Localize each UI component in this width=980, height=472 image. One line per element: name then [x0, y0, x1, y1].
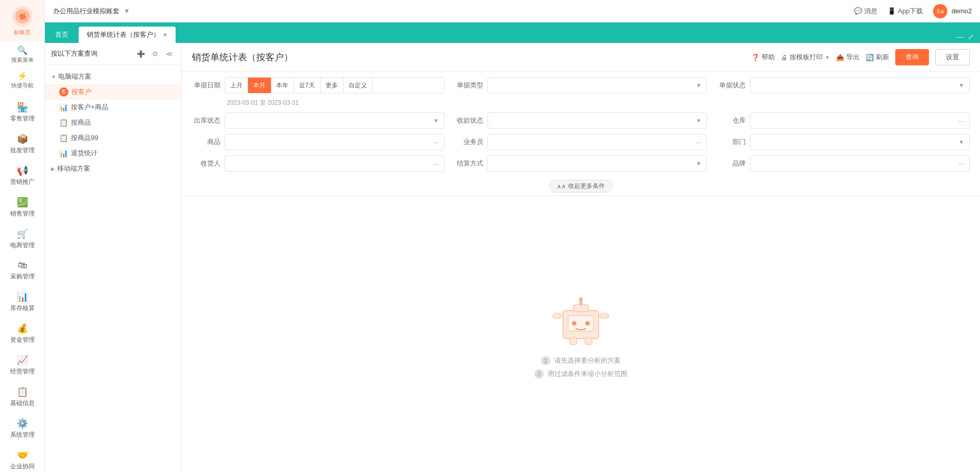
lastmonth-label: 上月	[230, 81, 242, 90]
sidebar-item-purchase[interactable]: 🛍 采购管理	[0, 255, 44, 286]
tab-close-icon[interactable]: ✕	[163, 32, 167, 38]
tree-group-pc-header[interactable]: ▼ 电脑端方案	[45, 69, 181, 84]
help-icon: ❓	[751, 54, 760, 61]
print-dropdown-icon: ▼	[825, 55, 830, 60]
sidebar-item-wholesale[interactable]: 📦 批发管理	[0, 128, 44, 160]
empty-illustration	[550, 290, 611, 348]
ecom-icon: 🛒	[17, 228, 28, 240]
svg-rect-12	[585, 338, 592, 345]
finance-icon: 💰	[17, 323, 28, 334]
product-dots-icon: ···	[433, 138, 439, 146]
collapse-panel-btn[interactable]: ≪	[164, 48, 175, 59]
empty-hint-2: 2 用过滤条件来缩小分析范围	[534, 369, 627, 379]
app-label: App下载	[898, 7, 923, 16]
svg-point-8	[586, 322, 589, 324]
warehouse-control[interactable]: ···	[750, 112, 970, 129]
sidebar-item-marketing-label: 营销推广	[10, 178, 35, 186]
sidebar-item-inventory[interactable]: 📊 库存核算	[0, 286, 44, 318]
hint-num-2: 2	[534, 369, 544, 379]
sidebar-item-basic[interactable]: 📋 基础信息	[0, 381, 44, 413]
sidebar-quicknav-label: 快捷导航	[11, 82, 34, 89]
sidebar-item-system-label: 系统管理	[10, 431, 35, 439]
sidebar-item-corp[interactable]: 🤝 企业协同	[0, 444, 44, 472]
tree-item-product99[interactable]: 📋 按商品99	[45, 130, 181, 146]
tab-minimize-icon[interactable]: —	[954, 31, 966, 43]
tree-item-return-stats-label: 退货统计	[71, 149, 97, 158]
tab-home[interactable]: 首页	[47, 27, 77, 43]
sidebar-search-label: 搜索菜单	[11, 56, 34, 64]
salesperson-control[interactable]: ···	[487, 134, 707, 150]
product-label: 商品	[192, 137, 220, 147]
salesperson-field-group: 业务员 ···	[455, 134, 707, 150]
query-button[interactable]: 查询	[895, 49, 929, 65]
sidebar-item-operation[interactable]: 📈 经营管理	[0, 349, 44, 381]
tree-group-mobile-header[interactable]: ▶ 移动端方案	[45, 161, 181, 176]
brand-control[interactable]: ···	[750, 155, 970, 172]
outstatus-control[interactable]: ▼	[225, 112, 445, 129]
doctype-control[interactable]: ▼	[487, 77, 707, 93]
tab-report[interactable]: 销货单统计表（按客户） ✕	[79, 27, 176, 43]
sidebar-item-ecom[interactable]: 🛒 电商管理	[0, 223, 44, 255]
reset-button[interactable]: 设置	[935, 49, 970, 65]
salesperson-dots-icon: ···	[696, 138, 701, 146]
message-btn[interactable]: 💬 消息	[854, 7, 877, 16]
purchase-icon: 🛍	[18, 260, 27, 271]
print-btn[interactable]: 🖨 按模板打印 ▼	[781, 53, 830, 62]
settle-control[interactable]: ▼	[487, 155, 707, 172]
date-btn-custom[interactable]: 自定义	[344, 78, 373, 93]
sidebar-item-sales[interactable]: 💹 销售管理	[0, 192, 44, 223]
refresh-btn[interactable]: 🔄 刷新	[866, 53, 889, 62]
add-scheme-btn[interactable]: ➕	[135, 48, 146, 59]
sidebar-item-system[interactable]: ⚙️ 系统管理	[0, 413, 44, 444]
dept-dropdown-icon: ▼	[959, 139, 964, 145]
company-name: 办公用品行业模拟账套	[53, 7, 119, 16]
warehouse-field-group: 仓库 ···	[717, 112, 970, 129]
chart-icon: 📊	[59, 103, 68, 111]
receivestatus-control[interactable]: ▼	[487, 112, 707, 129]
tree-item-return-stats[interactable]: 📊 退货统计	[45, 146, 181, 161]
tab-maximize-icon[interactable]: ⤢	[966, 31, 976, 43]
docstatus-control[interactable]: ▼	[750, 77, 970, 93]
user-name[interactable]: demo2	[951, 7, 972, 15]
sidebar-item-retail[interactable]: 🏪 零售管理	[0, 97, 44, 128]
sidebar-item-inventory-label: 库存核算	[10, 304, 35, 313]
thismonth-label: 本月	[253, 81, 265, 90]
export-btn[interactable]: 📤 导出	[836, 53, 860, 62]
consignee-control[interactable]: ···	[225, 155, 445, 172]
date-btn-lastmonth[interactable]: 上月	[225, 78, 248, 93]
sidebar-item-basic-label: 基础信息	[10, 399, 35, 408]
sidebar-item-operation-label: 经营管理	[10, 367, 35, 376]
sidebar-quicknav-item[interactable]: ⚡ 快捷导航	[0, 68, 44, 92]
quicknav-icon: ⚡	[17, 71, 28, 81]
date-btn-thismonth[interactable]: 本月	[248, 78, 271, 93]
edit-scheme-btn[interactable]: ⚙	[150, 48, 161, 59]
salesperson-label: 业务员	[455, 137, 483, 147]
sidebar-search-item[interactable]: 🔍 搜索菜单	[0, 41, 44, 68]
collapse-up-icon: ∧∧	[557, 183, 566, 190]
tree-item-by-product[interactable]: 📋 按商品	[45, 115, 181, 130]
help-btn[interactable]: ❓ 帮助	[751, 53, 775, 62]
tab-report-label: 销货单统计表（按客户）	[87, 30, 160, 39]
header-dropdown-icon[interactable]: ▼	[124, 7, 130, 15]
logo-text: 标账页	[14, 29, 31, 36]
date-btn-last7[interactable]: 近7天	[294, 78, 321, 93]
collapse-bar: ∧∧ 收起更多条件	[192, 177, 970, 196]
tree-item-customer-product[interactable]: 📊 按客户+商品	[45, 100, 181, 115]
sidebar-item-marketing[interactable]: 📢 营销推广	[0, 160, 44, 192]
tree-item-by-customer[interactable]: 客 按客户	[45, 84, 181, 100]
brand-label: 品牌	[717, 159, 746, 168]
date-btn-thisyear[interactable]: 本年	[271, 78, 294, 93]
tree-group-pc: ▼ 电脑端方案 客 按客户 📊 按客户+商品 📋 按商品	[45, 69, 181, 161]
logo-icon: 畅	[11, 5, 34, 28]
product-control[interactable]: ···	[225, 134, 445, 150]
message-icon: 💬	[854, 7, 862, 15]
app-download-btn[interactable]: 📱 App下载	[888, 7, 923, 16]
date-btn-more[interactable]: 更多	[321, 78, 344, 93]
wholesale-icon: 📦	[17, 133, 28, 145]
sidebar-item-finance[interactable]: 💰 资金管理	[0, 318, 44, 349]
tab-bar-actions: — ⤢	[954, 31, 980, 43]
page-title: 销货单统计表（按客户）	[192, 51, 293, 63]
operation-icon: 📈	[17, 355, 28, 366]
collapse-button[interactable]: ∧∧ 收起更多条件	[549, 180, 612, 193]
dept-control[interactable]: ▼	[750, 134, 970, 150]
